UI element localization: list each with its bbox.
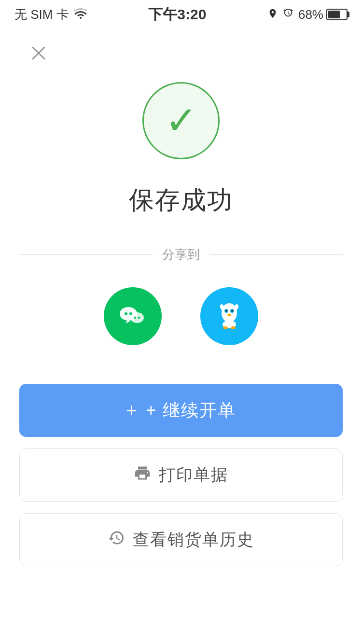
divider-line-left [19,254,153,255]
battery-container: 68% [298,7,348,22]
history-label: 查看销货单历史 [133,529,254,551]
svg-marker-8 [125,320,130,323]
svg-point-5 [130,312,144,323]
history-icon [108,529,125,550]
continue-order-button[interactable]: + + 继续开单 [19,384,343,437]
wechat-icon [116,299,150,333]
continue-icon: + [126,400,138,421]
qq-icon [212,299,246,333]
svg-point-9 [222,303,237,322]
success-icon-container: ✓ [142,82,220,159]
battery-fill [328,11,340,18]
wifi-icon [74,7,87,22]
svg-point-17 [231,326,236,329]
share-label: 分享到 [162,246,200,263]
share-divider: 分享到 [19,246,343,263]
qq-share-button[interactable] [200,287,258,345]
status-time: 下午3:20 [148,5,206,25]
wechat-share-button[interactable] [104,287,162,345]
close-button[interactable] [24,39,53,68]
print-icon [134,464,151,486]
success-title: 保存成功 [129,183,233,217]
svg-point-16 [223,326,228,329]
svg-point-15 [227,314,231,316]
svg-point-13 [225,310,227,312]
success-checkmark-icon: ✓ [165,101,197,140]
divider-line-right [209,254,343,255]
share-icons-row [104,287,258,345]
close-icon [30,44,47,62]
main-content: ✓ 保存成功 分享到 [0,29,362,566]
status-right: 68% [267,7,348,22]
print-button[interactable]: 打印单据 [19,448,343,502]
status-bar: 无 SIM 卡 下午3:20 68% [0,0,362,29]
history-button[interactable]: 查看销货单历史 [19,513,343,566]
battery-icon [326,9,348,20]
alarm-icon [283,7,293,22]
carrier-text: 无 SIM 卡 [14,6,69,23]
print-label: 打印单据 [159,464,228,486]
continue-label: + 继续开单 [146,399,236,422]
battery-percent: 68% [298,7,323,22]
svg-point-6 [134,317,136,319]
action-buttons: + + 继续开单 打印单据 查看销货单历史 [19,384,343,566]
svg-point-3 [125,312,127,315]
location-icon [267,7,278,22]
status-left: 无 SIM 卡 [14,6,87,23]
svg-point-7 [138,317,140,319]
svg-point-14 [231,310,233,312]
